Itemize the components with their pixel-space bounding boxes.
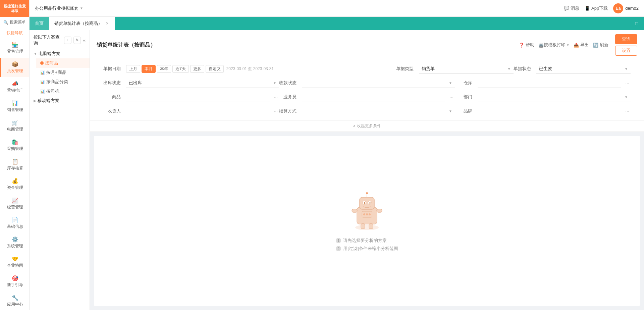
mobile-section-label: 移动端方案 (38, 98, 59, 104)
filter-collapse-btn[interactable]: « (83, 38, 86, 43)
warehouse-input[interactable] (478, 78, 621, 88)
svg-rect-10 (377, 209, 382, 212)
date-btn-this-month[interactable]: 本月 (142, 65, 156, 73)
sales-icon: 📊 (12, 100, 18, 106)
svg-rect-1 (357, 207, 377, 224)
tree-arrow-desktop: ▼ (34, 52, 37, 56)
doc-status-input[interactable] (536, 64, 631, 74)
page-header: 销货单统计表（按商品） ❓ 帮助 🖨️ 按模板打印 ▼ 📤 (90, 30, 644, 120)
product-dots-btn[interactable]: ··· (272, 94, 279, 100)
sidebar: 畅捷通好生意 标版 🔍 搜索菜单 快捷导航 🏪 零售管理 📦 批发管理 📣 营销… (0, 0, 30, 310)
quick-nav[interactable]: 快捷导航 (0, 28, 29, 38)
field-doc-status: 单据状态 ▼ (514, 64, 631, 74)
sidebar-item-system[interactable]: ⚙️ 系统管理 (0, 233, 29, 252)
collapse-label: 收起更多条件 (357, 123, 381, 129)
svg-point-15 (366, 213, 368, 215)
out-status-label: 出库状态 (103, 80, 123, 86)
tab-maximize-btn[interactable]: □ (632, 19, 641, 28)
receiver-input[interactable] (126, 106, 270, 116)
industry-selector[interactable]: 办公用品行业模拟账套 ▼ (35, 5, 83, 11)
sidebar-item-sales[interactable]: 📊 销售管理 (0, 97, 29, 116)
by-clerk-icon: 📊 (40, 89, 45, 94)
date-filter-bar: 上月 本月 本年 近7天 更多 自定义 2023-03-01 至 2023-03… (126, 65, 274, 73)
tab-home[interactable]: 首页 (30, 17, 49, 30)
by-clerk-label: 按司机 (46, 88, 59, 94)
filter-add-btn[interactable]: + (64, 37, 71, 44)
header-left: 办公用品行业模拟账套 ▼ (35, 5, 83, 11)
sidebar-item-ecom[interactable]: 🛒 电商管理 (0, 116, 29, 136)
date-btn-custom[interactable]: 自定义 (206, 65, 224, 73)
filter-row-4: 收货人 ··· 结算方式 ▼ 品牌 (103, 106, 631, 116)
date-btn-more[interactable]: 更多 (190, 65, 204, 73)
salesperson-label: 业务员 (279, 94, 299, 100)
sidebar-item-guide[interactable]: 🎯 新手引导 (0, 272, 29, 291)
search-menu[interactable]: 🔍 搜索菜单 (0, 17, 29, 28)
tab-close-btn[interactable]: × (105, 21, 109, 26)
product-label: 商品 (103, 94, 123, 100)
filter-item-by-product[interactable]: 按商品 (36, 58, 90, 68)
date-btn-this-year[interactable]: 本年 (157, 65, 171, 73)
out-status-select-wrapper: ▼ (126, 78, 279, 88)
settlement-input[interactable] (302, 106, 455, 116)
filter-item-by-clerk[interactable]: 📊 按司机 (36, 87, 90, 96)
department-input[interactable] (478, 92, 631, 102)
warehouse-dots-btn[interactable]: ··· (624, 80, 631, 86)
brand-input[interactable] (478, 106, 621, 116)
sidebar-item-apps[interactable]: 🔧 应用中心 (0, 291, 29, 310)
purchase-icon: 🛍️ (12, 139, 18, 145)
tree-arrow-mobile: ▶ (34, 99, 36, 103)
filter-edit-btn[interactable]: ✎ (73, 37, 81, 44)
export-btn[interactable]: 📤 导出 (574, 42, 589, 48)
collapse-bar[interactable]: ∧ 收起更多条件 (90, 120, 644, 132)
app-download-btn[interactable]: 📱 App下载 (585, 5, 608, 11)
help-btn[interactable]: ❓ 帮助 (519, 42, 534, 48)
collapse-icon: « (83, 38, 86, 43)
coop-icon: 🤝 (12, 256, 18, 262)
payment-status-label: 收款状态 (279, 80, 299, 86)
tab-minimize-btn[interactable]: — (621, 19, 631, 28)
sidebar-item-marketing[interactable]: 📣 营销推广 (0, 77, 29, 97)
filter-item-by-category[interactable]: 📊 按商品分类 (36, 77, 90, 87)
date-btn-last-month[interactable]: 上月 (126, 65, 140, 73)
refresh-btn[interactable]: 🔄 刷新 (593, 42, 608, 48)
tip-num-2: 2 (336, 246, 341, 251)
doc-type-input[interactable] (419, 64, 513, 74)
sidebar-item-operation[interactable]: 📈 经营管理 (0, 194, 29, 213)
sidebar-item-finance[interactable]: 💰 资金管理 (0, 174, 29, 194)
top-header: 办公用品行业模拟账套 ▼ 💬 消息 📱 App下载 Ea demo2 (30, 0, 644, 17)
date-btn-7days[interactable]: 近7天 (172, 65, 189, 73)
user-menu[interactable]: Ea demo2 (613, 3, 639, 13)
date-range-text: 2023-03-01 至 2023-03-31 (226, 66, 274, 72)
message-btn[interactable]: 💬 消息 (564, 5, 579, 11)
filter-row-2: 出库状态 ▼ 收款状态 ▼ (103, 78, 631, 88)
query-button[interactable]: 查询 (615, 34, 637, 44)
brand-label: 品牌 (455, 108, 475, 114)
payment-status-input[interactable] (302, 78, 455, 88)
settlement-select-wrapper: ▼ (302, 106, 455, 116)
sidebar-item-purchase[interactable]: 🛍️ 采购管理 (0, 136, 29, 155)
empty-tip-1: 1 请先选择要分析的方案 (336, 238, 398, 244)
filter-section-desktop[interactable]: ▼ 电脑端方案 (30, 49, 90, 58)
sidebar-item-coop[interactable]: 🤝 企业协同 (0, 252, 29, 272)
brand-dots-btn[interactable]: ··· (624, 108, 631, 114)
receiver-dots-btn[interactable]: ··· (272, 108, 279, 114)
settings-button[interactable]: 设置 (615, 46, 637, 56)
marketing-icon: 📣 (12, 81, 18, 87)
by-category-label: 按商品分类 (46, 79, 68, 85)
out-status-input[interactable] (126, 78, 279, 88)
print-btn[interactable]: 🖨️ 按模板打印 ▼ (538, 42, 570, 48)
sidebar-item-basic[interactable]: 📄 基础信息 (0, 213, 29, 233)
filter-section-mobile[interactable]: ▶ 移动端方案 (30, 96, 90, 105)
sidebar-item-wholesale[interactable]: 📦 批发管理 (0, 58, 29, 77)
product-input[interactable] (126, 92, 270, 102)
empty-tip-2: 2 用[过滤]条件来缩小分析范围 (336, 246, 398, 252)
filter-item-by-month-product[interactable]: 📊 按月+商品 (36, 68, 90, 77)
sidebar-item-retail[interactable]: 🏪 零售管理 (0, 38, 29, 58)
salesperson-dots-btn[interactable]: ··· (448, 94, 455, 100)
sidebar-item-inventory[interactable]: 📋 库存核算 (0, 155, 29, 174)
basic-icon: 📄 (12, 217, 18, 223)
tab-sales-stat[interactable]: 销货单统计表（按商品） × (49, 17, 115, 30)
by-month-icon: 📊 (40, 70, 45, 75)
print-dropdown-icon[interactable]: ▼ (566, 43, 570, 47)
salesperson-input[interactable] (302, 92, 445, 102)
